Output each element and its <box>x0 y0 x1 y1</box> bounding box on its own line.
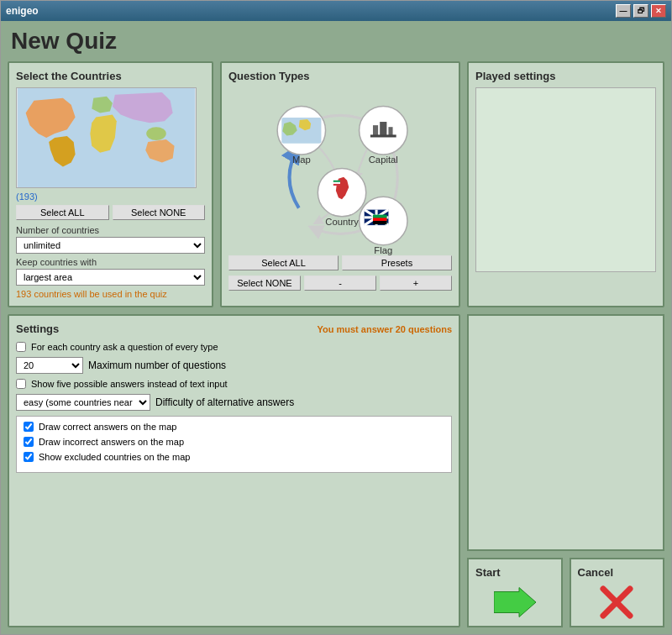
svg-rect-7 <box>380 122 386 135</box>
select-buttons-row: Select ALL Select NONE <box>16 205 205 220</box>
svg-rect-9 <box>370 134 396 137</box>
svg-text:Country: Country <box>325 217 359 227</box>
right-bottom: Start Cancel <box>467 314 664 627</box>
question-types-panel: Question Types <box>220 61 460 307</box>
title-bar: enigeo — 🗗 ✕ <box>1 1 671 21</box>
cancel-label: Cancel <box>578 566 614 579</box>
qt-buttons-row2: Select NONE - + <box>228 276 452 291</box>
keep-countries-row: Keep countries with largest area smalles… <box>16 257 205 286</box>
played-settings-content <box>475 87 656 272</box>
page-title: New Quiz <box>8 28 664 55</box>
five-answers-label: Show five possible answers instead of te… <box>31 379 228 389</box>
minimize-button[interactable]: — <box>616 4 631 18</box>
draw-incorrect-label: Draw incorrect answers on the map <box>39 437 184 447</box>
num-countries-label: Number of countries <box>16 225 205 235</box>
settings-title: Settings <box>16 323 59 335</box>
every-type-checkbox[interactable] <box>16 342 26 352</box>
settings-header: Settings You must answer 20 questions <box>16 323 452 335</box>
must-answer-text: You must answer 20 questions <box>317 324 452 334</box>
presets-plus-button[interactable]: + <box>380 276 452 291</box>
window-title: enigeo <box>6 5 39 17</box>
every-type-label: For each country ask a question of every… <box>31 342 218 352</box>
svg-rect-14 <box>333 182 340 184</box>
five-answers-row: Show five possible answers instead of te… <box>16 379 452 389</box>
every-type-row: For each country ask a question of every… <box>16 342 452 352</box>
cancel-button[interactable]: Cancel <box>570 558 665 627</box>
qt-buttons-row: Select ALL Presets <box>228 255 452 270</box>
max-questions-label: Maximum number of questions <box>88 359 226 371</box>
max-questions-row: 20 10 30 50 Maximum number of questions <box>16 357 452 374</box>
question-types-diagram: Map Capital <box>228 87 452 255</box>
svg-point-1 <box>146 127 166 140</box>
num-countries-select[interactable]: unlimited 10 20 50 100 <box>16 237 205 254</box>
close-button[interactable]: ✕ <box>651 4 666 18</box>
keep-countries-select[interactable]: largest area smallest area most populati… <box>16 269 205 286</box>
world-map[interactable] <box>16 87 197 188</box>
max-questions-select[interactable]: 20 10 30 50 <box>16 357 83 374</box>
map-options-group: Draw correct answers on the map Draw inc… <box>16 416 452 473</box>
svg-text:Capital: Capital <box>369 155 398 165</box>
played-settings-panel: Played settings <box>467 61 664 307</box>
start-arrow-icon <box>494 585 536 619</box>
settings-panel: Settings You must answer 20 questions Fo… <box>8 314 460 627</box>
countries-info-text: 193 countries will be used in the quiz <box>16 289 205 299</box>
svg-rect-24 <box>373 215 386 218</box>
show-excluded-label: Show excluded countries on the map <box>39 452 190 462</box>
svg-rect-15 <box>333 184 340 186</box>
select-none-qt-button[interactable]: Select NONE <box>228 276 301 291</box>
window-controls: — 🗗 ✕ <box>616 4 666 18</box>
draw-incorrect-row: Draw incorrect answers on the map <box>24 437 444 447</box>
draw-correct-label: Draw correct answers on the map <box>39 422 176 432</box>
select-none-countries-button[interactable]: Select NONE <box>113 205 206 220</box>
country-count: (193) <box>16 192 205 202</box>
bottom-area: Settings You must answer 20 questions Fo… <box>8 314 664 627</box>
select-all-qt-button[interactable]: Select ALL <box>228 255 339 270</box>
svg-rect-26 <box>373 221 386 224</box>
top-panels: Select the Countries <box>8 61 664 307</box>
svg-rect-6 <box>373 125 378 135</box>
select-all-countries-button[interactable]: Select ALL <box>16 205 109 220</box>
played-settings-title: Played settings <box>475 70 656 82</box>
svg-rect-8 <box>388 127 392 135</box>
show-excluded-checkbox[interactable] <box>24 452 34 462</box>
select-countries-title: Select the Countries <box>16 70 205 82</box>
question-types-title: Question Types <box>228 70 452 82</box>
difficulty-row: easy (some countries nearby) medium hard… <box>16 394 452 411</box>
draw-correct-row: Draw correct answers on the map <box>24 422 444 432</box>
played-settings-bottom <box>467 314 664 551</box>
start-label: Start <box>475 566 501 579</box>
svg-rect-25 <box>373 218 386 221</box>
start-button[interactable]: Start <box>467 558 563 627</box>
svg-text:Flag: Flag <box>374 245 392 255</box>
svg-text:Map: Map <box>292 155 311 165</box>
difficulty-label: Difficulty of alternative answers <box>155 396 294 408</box>
presets-minus-button[interactable]: - <box>304 276 376 291</box>
select-countries-panel: Select the Countries <box>8 61 213 307</box>
content-area: New Quiz Select the Countries <box>1 21 671 634</box>
main-window: enigeo — 🗗 ✕ New Quiz Select the Countri… <box>0 0 672 635</box>
num-countries-row: Number of countries unlimited 10 20 50 1… <box>16 225 205 254</box>
svg-rect-13 <box>333 181 340 182</box>
difficulty-select[interactable]: easy (some countries nearby) medium hard <box>16 394 150 411</box>
show-excluded-row: Show excluded countries on the map <box>24 452 444 462</box>
keep-countries-label: Keep countries with <box>16 257 205 267</box>
draw-correct-checkbox[interactable] <box>24 422 34 432</box>
draw-incorrect-checkbox[interactable] <box>24 437 34 447</box>
presets-button[interactable]: Presets <box>342 255 452 270</box>
cancel-x-icon <box>600 585 633 619</box>
svg-marker-28 <box>494 588 536 617</box>
restore-button[interactable]: 🗗 <box>633 4 648 18</box>
five-answers-checkbox[interactable] <box>16 379 26 389</box>
action-buttons: Start Cancel <box>467 558 664 627</box>
